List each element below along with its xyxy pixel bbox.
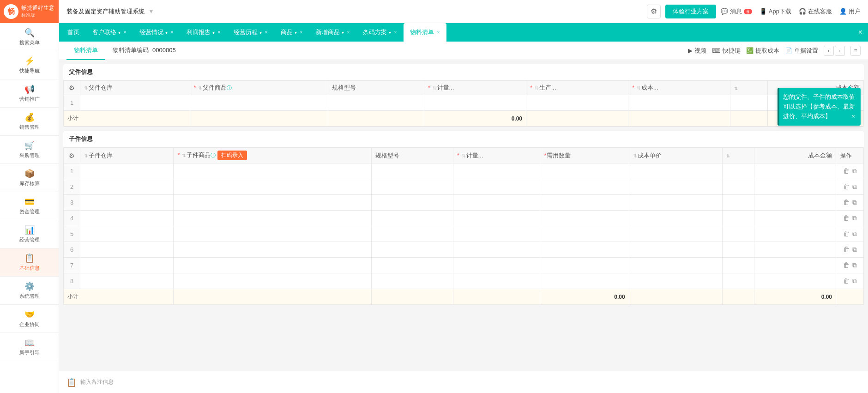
tab-close-icon5[interactable]: ×: [300, 29, 303, 36]
nav-tab-customer[interactable]: 客户联络 ▾ ×: [86, 23, 133, 42]
user-button[interactable]: 👤 用户: [839, 7, 861, 16]
child-product-7[interactable]: [174, 258, 372, 273]
child-unit-6[interactable]: [453, 242, 540, 258]
parent-production-1[interactable]: [526, 95, 628, 111]
nav-tab-home[interactable]: 首页: [61, 23, 86, 42]
nav-tab-bom[interactable]: 物料清单 ×: [404, 23, 446, 42]
sidebar-item-inventory[interactable]: 📦 库存核算: [0, 164, 59, 192]
child-warehouse-2[interactable]: [80, 179, 174, 195]
child-unit-cost-6[interactable]: [629, 242, 722, 258]
sub-tab-bom-list[interactable]: 物料清单: [66, 42, 105, 60]
child-sort-3[interactable]: [722, 195, 754, 211]
delete-icon[interactable]: 🗑: [843, 167, 850, 175]
delete-icon6[interactable]: 🗑: [843, 246, 850, 254]
tab-close-icon3[interactable]: ×: [217, 29, 221, 36]
online-service-button[interactable]: 🎧 在线客服: [799, 7, 832, 16]
child-warehouse-8[interactable]: [80, 273, 174, 289]
child-amount-5[interactable]: [754, 226, 836, 242]
delete-icon4[interactable]: 🗑: [843, 214, 850, 222]
child-product-6[interactable]: [174, 242, 372, 258]
child-spec-5[interactable]: [372, 226, 453, 242]
child-product-5[interactable]: [174, 226, 372, 242]
close-all-tabs-button[interactable]: ×: [855, 28, 866, 36]
child-unit-1[interactable]: [453, 163, 540, 179]
child-amount-6[interactable]: [754, 242, 836, 258]
copy-icon4[interactable]: ⧉: [852, 214, 857, 222]
trial-button[interactable]: 体验行业方案: [665, 5, 716, 18]
tab-close-icon[interactable]: ×: [123, 29, 127, 36]
child-qty-4[interactable]: [540, 211, 629, 226]
child-unit-4[interactable]: [453, 211, 540, 226]
shortcut-button[interactable]: ⌨ 快捷键: [712, 47, 741, 55]
child-spec-6[interactable]: [372, 242, 453, 258]
child-sort-2[interactable]: [722, 179, 754, 195]
child-amount-4[interactable]: [754, 211, 836, 226]
sidebar-item-basic[interactable]: 📋 基础信息: [0, 248, 59, 277]
message-button[interactable]: 💬 消息 6: [721, 7, 752, 16]
gear-button[interactable]: ⚙: [647, 5, 661, 18]
child-qty-3[interactable]: [540, 195, 629, 211]
nav-tab-newproduct[interactable]: 新增商品 ▾ ×: [309, 23, 356, 42]
tab-close-icon4[interactable]: ×: [265, 29, 268, 36]
child-unit-cost-3[interactable]: [629, 195, 722, 211]
child-spec-4[interactable]: [372, 211, 453, 226]
child-unit-8[interactable]: [453, 273, 540, 289]
child-product-2[interactable]: [174, 179, 372, 195]
parent-unit-1[interactable]: [424, 95, 526, 111]
delete-icon7[interactable]: 🗑: [843, 261, 850, 269]
child-sort-6[interactable]: [722, 242, 754, 258]
child-amount-3[interactable]: [754, 195, 836, 211]
child-unit-cost-7[interactable]: [629, 258, 722, 273]
tooltip-close-button[interactable]: ×: [851, 112, 855, 121]
copy-icon8[interactable]: ⧉: [852, 277, 857, 285]
child-unit-cost-4[interactable]: [629, 211, 722, 226]
child-amount-2[interactable]: [754, 179, 836, 195]
sidebar-item-quicknav[interactable]: ⚡ 快捷导航: [0, 51, 59, 79]
nav-tab-history[interactable]: 经营历程 ▾ ×: [227, 23, 274, 42]
delete-icon5[interactable]: 🗑: [843, 230, 850, 238]
delete-icon3[interactable]: 🗑: [843, 199, 850, 206]
sidebar-item-finance[interactable]: 💳 资金管理: [0, 192, 59, 220]
child-product-3[interactable]: [174, 195, 372, 211]
nav-tab-barcode[interactable]: 条码方案 ▾ ×: [356, 23, 404, 42]
tab-close-icon8[interactable]: ×: [437, 29, 440, 36]
child-qty-5[interactable]: [540, 226, 629, 242]
sub-tab-bom-code[interactable]: 物料清单编码 0000005: [105, 42, 183, 60]
delete-icon8[interactable]: 🗑: [843, 277, 850, 285]
child-product-4[interactable]: [174, 211, 372, 226]
sidebar-item-sales[interactable]: 💰 销售管理: [0, 108, 59, 136]
nav-tab-product[interactable]: 商品 ▾ ×: [274, 23, 309, 42]
app-download-button[interactable]: 📱 App下载: [760, 7, 791, 16]
child-spec-8[interactable]: [372, 273, 453, 289]
settings-button[interactable]: 📄 单据设置: [785, 47, 818, 55]
child-amount-1[interactable]: [754, 163, 836, 179]
child-unit-7[interactable]: [453, 258, 540, 273]
child-qty-6[interactable]: [540, 242, 629, 258]
child-warehouse-5[interactable]: [80, 226, 174, 242]
child-warehouse-3[interactable]: [80, 195, 174, 211]
th-parent-settings[interactable]: ⚙: [64, 81, 80, 95]
nav-tab-business[interactable]: 经营情况 ▾ ×: [133, 23, 180, 42]
parent-spec-1[interactable]: [328, 95, 424, 111]
child-product-8[interactable]: [174, 273, 372, 289]
note-placeholder[interactable]: 输入备注信息: [80, 378, 114, 386]
sidebar-item-enterprise[interactable]: 🤝 企业协同: [0, 305, 59, 333]
delete-icon2[interactable]: 🗑: [843, 183, 850, 191]
view-button[interactable]: ▶ 视频: [688, 47, 706, 55]
child-sort-4[interactable]: [722, 211, 754, 226]
child-unit-3[interactable]: [453, 195, 540, 211]
child-unit-2[interactable]: [453, 179, 540, 195]
sidebar-item-purchase[interactable]: 🛒 采购管理: [0, 136, 59, 164]
sidebar-item-guide[interactable]: 📖 新手引导: [0, 333, 59, 361]
tab-close-icon2[interactable]: ×: [170, 29, 174, 36]
child-qty-8[interactable]: [540, 273, 629, 289]
tab-close-icon7[interactable]: ×: [394, 29, 397, 36]
nav-tab-profit[interactable]: 利润报告 ▾ ×: [180, 23, 227, 42]
child-sort-1[interactable]: [722, 163, 754, 179]
child-warehouse-7[interactable]: [80, 258, 174, 273]
copy-icon5[interactable]: ⧉: [852, 230, 857, 238]
child-warehouse-4[interactable]: [80, 211, 174, 226]
parent-sort-1[interactable]: [730, 95, 768, 111]
child-sort-8[interactable]: [722, 273, 754, 289]
sidebar-item-management[interactable]: 📊 经营管理: [0, 220, 59, 248]
